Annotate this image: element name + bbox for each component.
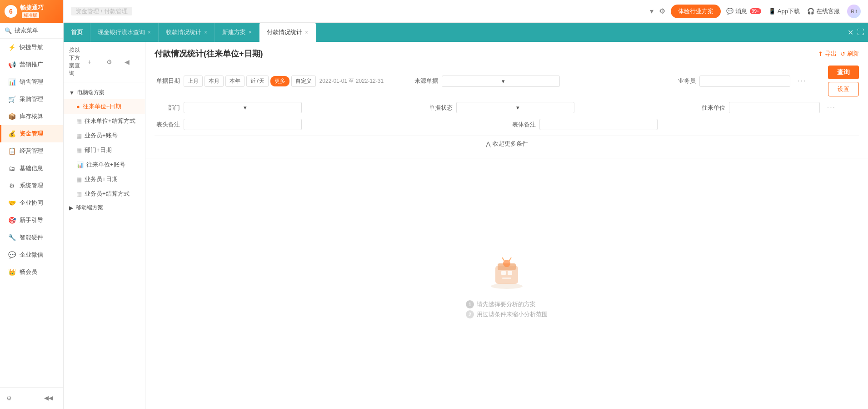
partner-dots-icon[interactable]: ··· (827, 104, 836, 112)
date-label: 单据日期 (155, 77, 180, 85)
sidebar-item-cooperation[interactable]: 🤝 企业协同 (0, 194, 63, 212)
tab-home-label: 首页 (71, 28, 83, 36)
search-icon: 🔍 (5, 27, 12, 34)
online-service-btn[interactable]: 🎧 在线客服 (807, 7, 840, 15)
export-label: 导出 (825, 50, 837, 58)
column-settings-btn[interactable]: 设置 (828, 82, 859, 96)
date-this-month-btn[interactable]: 本月 (205, 76, 224, 87)
source-select[interactable]: ▾ (442, 76, 560, 87)
purchase-icon: 🛒 (8, 96, 16, 103)
tabbar-actions: ✕ ⛶ (844, 23, 868, 42)
phone-icon: 📱 (768, 8, 776, 15)
tree-item-staff-account[interactable]: ▦ 业务员+账号 (64, 128, 145, 143)
date-more-btn[interactable]: 更多 (270, 76, 289, 86)
sidebar-item-member[interactable]: 👑 畅会员 (0, 263, 63, 281)
dept-select-arrow: ▾ (244, 104, 298, 111)
sidebar-item-inventory[interactable]: 📦 库存核算 (0, 108, 63, 125)
partner-input[interactable] (729, 102, 820, 113)
guide-icon: 🎯 (8, 217, 16, 224)
messages-btn[interactable]: 💬 消息 99 (726, 7, 761, 15)
sidebar-item-label: 智能硬件 (20, 233, 43, 242)
sidebar-item-label: 快捷导航 (20, 43, 43, 51)
svg-line-5 (509, 258, 511, 261)
sidebar-item-wechat[interactable]: 💬 企业微信 (0, 246, 63, 263)
staff-date-icon: ▦ (76, 176, 82, 183)
system-icon: ⚙ (8, 182, 16, 189)
search-menu[interactable]: 🔍 搜索菜单 (0, 23, 63, 39)
tree-item-partner-settle[interactable]: ▦ 往来单位+结算方式 (64, 114, 145, 128)
collapse-sidebar-icon: ◀◀ (44, 394, 53, 401)
trial-btn[interactable]: 体验行业方案 (671, 5, 721, 18)
tree-item-staff-date[interactable]: ▦ 业务员+日期 (64, 172, 145, 187)
tab-new-plan-label: 新建方案 (222, 28, 246, 36)
add-plan-icon[interactable]: + (88, 58, 103, 66)
refresh-btn[interactable]: ↺ 刷新 (840, 50, 859, 58)
tab-new-plan-close[interactable]: × (249, 29, 252, 35)
tab-close-all-btn[interactable]: ✕ (848, 28, 853, 37)
staff-dots-icon[interactable]: ··· (798, 77, 806, 85)
body-note-col: 表体备注 (510, 119, 859, 130)
collapse-filter-btn[interactable]: ⋀ 收起更多条件 (155, 136, 859, 151)
app-version: 标准版 (22, 12, 39, 18)
left-panel-collapse-icon[interactable]: ◀ (125, 58, 140, 66)
basic-info-icon: 🗂 (8, 165, 16, 172)
tree-item-label: 业务员+结算方式 (85, 190, 130, 198)
tab-maximize-btn[interactable]: ⛶ (857, 28, 864, 36)
query-btn[interactable]: 查询 (828, 66, 859, 79)
sidebar-item-hardware[interactable]: 🔧 智能硬件 (0, 229, 63, 246)
date-last-month-btn[interactable]: 上月 (184, 76, 203, 87)
tab-new-plan[interactable]: 新建方案 × (215, 23, 259, 42)
refresh-icon: ↺ (840, 50, 845, 57)
tab-receipt-stats[interactable]: 收款情况统计 × (159, 23, 215, 42)
dept-date-icon: ▦ (76, 147, 82, 154)
tree-item-dept-date[interactable]: ▦ 部门+日期 (64, 143, 145, 157)
tree-item-staff-settle[interactable]: ▦ 业务员+结算方式 (64, 187, 145, 201)
tab-home[interactable]: 首页 (64, 23, 90, 42)
hint-text-2: 用过滤条件来缩小分析范围 (477, 310, 548, 318)
date-this-year-btn[interactable]: 本年 (225, 76, 244, 87)
left-panel-tree: ▼ 电脑端方案 ● 往来单位+日期 ▦ 往来单位+结算方式 ▦ 业务员+账号 ▦ (64, 82, 145, 409)
tree-item-label: 部门+日期 (85, 146, 112, 154)
topbar-settings-icon[interactable]: ⚙ (659, 7, 665, 15)
date-custom-btn[interactable]: 自定义 (291, 76, 316, 87)
cooperation-icon: 🤝 (8, 199, 16, 207)
sidebar-item-system[interactable]: ⚙ 系统管理 (0, 177, 63, 194)
sidebar-item-basic-info[interactable]: 🗂 基础信息 (0, 160, 63, 177)
sidebar-item-guide[interactable]: 🎯 新手引导 (0, 212, 63, 229)
topbar-dropdown-icon[interactable]: ▾ (650, 7, 653, 15)
mobile-group[interactable]: ▶ 移动端方案 (64, 201, 145, 214)
tab-payment-stats-close[interactable]: × (305, 29, 308, 35)
sidebar-item-label: 采购管理 (20, 95, 43, 103)
tree-item-partner-account[interactable]: 📊 往来单位+账号 (64, 157, 145, 172)
tab-receipt-stats-close[interactable]: × (204, 29, 207, 35)
messages-label: 消息 (735, 7, 747, 15)
user-avatar[interactable]: Rit (847, 5, 861, 18)
date-last-7days-btn[interactable]: 近7天 (246, 76, 269, 87)
empty-hint-2: 2 用过滤条件来缩小分析范围 (466, 310, 548, 318)
tree-item-partner-date[interactable]: ● 往来单位+日期 (64, 99, 145, 114)
plan-settings-icon[interactable]: ⚙ (106, 58, 121, 66)
tab-payment-stats[interactable]: 付款情况统计 × (259, 23, 316, 42)
marketing-icon: 📢 (8, 61, 16, 68)
sidebar-item-sales[interactable]: 📊 销售管理 (0, 73, 63, 91)
sidebar-item-finance[interactable]: 💰 资金管理 (0, 125, 63, 142)
sidebar-item-marketing[interactable]: 📢 营销推广 (0, 56, 63, 73)
staff-input[interactable] (699, 76, 790, 87)
sidebar-item-operations[interactable]: 📋 经营管理 (0, 142, 63, 160)
sidebar-collapse-btn[interactable]: ◀◀ (38, 391, 60, 405)
sidebar-item-purchase[interactable]: 🛒 采购管理 (0, 91, 63, 108)
dept-select[interactable]: ▾ (184, 102, 302, 113)
desktop-group[interactable]: ▼ 电脑端方案 (64, 86, 145, 99)
tab-bank-flow[interactable]: 现金银行流水查询 × (90, 23, 159, 42)
sidebar-item-quick-nav[interactable]: ⚡ 快捷导航 (0, 39, 63, 56)
export-btn[interactable]: ⬆ 导出 (818, 50, 837, 58)
sidebar-bottom: ⚙ ◀◀ (0, 387, 63, 409)
header-note-input[interactable] (184, 119, 302, 130)
tab-bank-flow-close[interactable]: × (148, 29, 151, 35)
body-note-input[interactable] (539, 119, 658, 130)
tab-payment-stats-label: 付款情况统计 (267, 28, 302, 36)
app-download-btn[interactable]: 📱 App下载 (768, 7, 800, 15)
doc-status-select[interactable]: ▾ (456, 102, 574, 113)
sidebar-item-label: 新手引导 (20, 216, 43, 224)
sidebar-item-label: 营销推广 (20, 61, 43, 69)
